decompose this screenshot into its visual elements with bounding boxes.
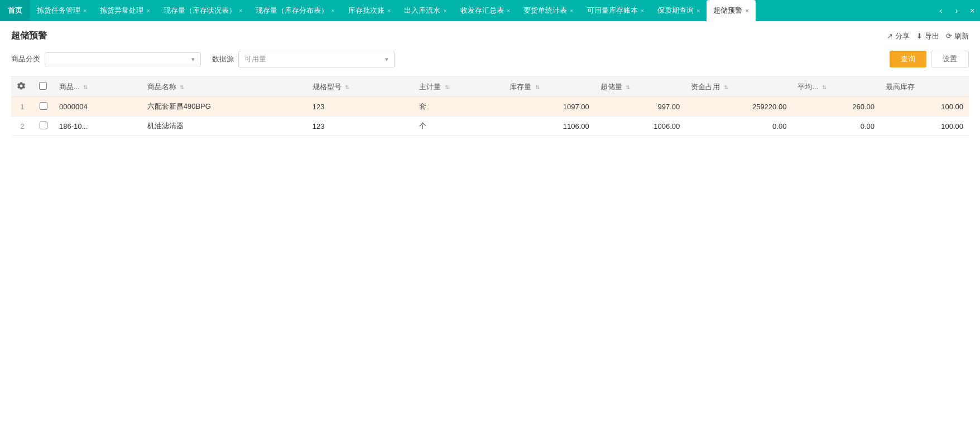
query-button[interactable]: 查询	[890, 51, 926, 67]
nav-tab-6[interactable]: 收发存汇总表 ×	[454, 0, 517, 21]
refresh-icon: ⟳	[946, 32, 952, 40]
nav-tab-0[interactable]: 拣货任务管理 ×	[30, 0, 93, 21]
table-header-row: 商品... ⇅ 商品名称 ⇅ 规格型号 ⇅ 主计量 ⇅ 库存量 ⇅	[11, 77, 969, 97]
close-tab-2[interactable]: ×	[239, 7, 242, 14]
category-dropdown-icon: ▾	[191, 56, 195, 63]
col-header-max-stock-label: 最高库存	[886, 83, 915, 91]
sort-icon-product-code[interactable]: ⇅	[83, 84, 88, 90]
table-row: 2 186-10... 机油滤清器 123 个 1106.00 1006.00 …	[11, 117, 969, 136]
row-product-name-1: 机油滤清器	[142, 117, 307, 136]
row-checkbox-1[interactable]	[40, 122, 47, 129]
settings-button[interactable]: 设置	[931, 51, 969, 67]
datasource-select[interactable]: 可用量 ▾	[238, 51, 395, 67]
row-checkbox-cell-1	[33, 117, 54, 136]
sort-icon-stock[interactable]: ⇅	[535, 84, 540, 90]
nav-tab-10[interactable]: 超储预警 ×	[707, 0, 755, 21]
category-select[interactable]: ▾	[45, 52, 201, 66]
sort-icon-unit[interactable]: ⇅	[445, 84, 449, 90]
row-unit-1: 个	[414, 117, 504, 136]
col-header-overstock-label: 超储量	[601, 83, 622, 91]
close-tab-9[interactable]: ×	[696, 7, 700, 14]
datasource-label: 数据源	[212, 54, 234, 64]
sort-icon-spec[interactable]: ⇅	[345, 84, 349, 90]
nav-tab-5[interactable]: 出入库流水 ×	[397, 0, 453, 21]
row-index-1: 2	[11, 117, 33, 136]
col-header-avg: 平均... ⇅	[792, 77, 880, 97]
row-capital-0: 259220.00	[685, 97, 792, 117]
close-tab-10[interactable]: ×	[745, 7, 748, 14]
col-header-product-code: 商品... ⇅	[54, 77, 142, 97]
datasource-filter-group: 数据源 可用量 ▾	[212, 51, 395, 67]
row-product-code-1: 186-10...	[54, 117, 142, 136]
datasource-dropdown-icon: ▾	[385, 56, 388, 63]
nav-tab-7[interactable]: 要货单统计表 ×	[517, 0, 580, 21]
row-spec-1: 123	[307, 117, 414, 136]
col-header-capital-label: 资金占用	[691, 83, 720, 91]
row-max-stock-0: 100.00	[880, 97, 969, 117]
nav-tab-4[interactable]: 库存批次账 ×	[342, 0, 397, 21]
row-product-name-0: 六配套新昌490BPG	[142, 97, 307, 117]
nav-arrow-right[interactable]: ›	[949, 0, 964, 21]
row-max-stock-1: 100.00	[880, 117, 969, 136]
export-button[interactable]: ⬇ 导出	[916, 31, 939, 41]
col-header-overstock: 超储量 ⇅	[595, 77, 685, 97]
table-row: 1 0000004 六配套新昌490BPG 123 套 1097.00 997.…	[11, 97, 969, 117]
nav-arrows: ‹ › ×	[933, 0, 980, 21]
row-overstock-0: 997.00	[595, 97, 685, 117]
close-tab-7[interactable]: ×	[570, 7, 573, 14]
close-tab-3[interactable]: ×	[331, 7, 334, 14]
row-spec-0: 123	[307, 97, 414, 117]
col-header-product-code-label: 商品...	[59, 83, 80, 91]
nav-arrow-more[interactable]: ×	[964, 0, 980, 21]
sort-icon-product-name[interactable]: ⇅	[180, 84, 184, 90]
close-tab-1[interactable]: ×	[146, 7, 150, 14]
row-overstock-1: 1006.00	[595, 117, 685, 136]
row-product-code-0: 0000004	[54, 97, 142, 117]
row-avg-0: 260.00	[792, 97, 880, 117]
col-header-stock: 库存量 ⇅	[504, 77, 594, 97]
col-header-spec: 规格型号 ⇅	[307, 77, 414, 97]
row-unit-0: 套	[414, 97, 504, 117]
category-label: 商品分类	[11, 54, 40, 64]
close-tab-4[interactable]: ×	[387, 7, 391, 14]
filter-area: 商品分类 ▾ 数据源 可用量 ▾ 查询 设置	[11, 51, 969, 67]
col-header-spec-label: 规格型号	[313, 83, 342, 91]
row-capital-1: 0.00	[685, 117, 792, 136]
nav-home[interactable]: 首页	[0, 0, 30, 21]
filter-buttons: 查询 设置	[890, 51, 969, 67]
refresh-button[interactable]: ⟳ 刷新	[946, 31, 969, 41]
row-stock-0: 1097.00	[504, 97, 594, 117]
sort-icon-capital[interactable]: ⇅	[724, 84, 728, 90]
nav-tab-2[interactable]: 现存量（库存状况表） ×	[157, 0, 249, 21]
close-tab-0[interactable]: ×	[83, 7, 87, 14]
nav-tab-8[interactable]: 可用量库存账本 ×	[580, 0, 651, 21]
select-all-checkbox[interactable]	[39, 82, 47, 90]
col-header-avg-label: 平均...	[798, 83, 818, 91]
close-tab-8[interactable]: ×	[641, 7, 644, 14]
row-index-0: 1	[11, 97, 33, 117]
category-filter-group: 商品分类 ▾	[11, 52, 201, 66]
sort-icon-avg[interactable]: ⇅	[822, 84, 827, 90]
page-header: 超储预警 ↗ 分享 ⬇ 导出 ⟳ 刷新	[11, 30, 969, 42]
header-actions: ↗ 分享 ⬇ 导出 ⟳ 刷新	[887, 31, 969, 41]
sort-icon-overstock[interactable]: ⇅	[626, 84, 630, 90]
table-settings-icon[interactable]	[17, 84, 26, 92]
nav-tab-9[interactable]: 保质期查询 ×	[651, 0, 707, 21]
page-title: 超储预警	[11, 30, 47, 42]
nav-arrow-left[interactable]: ‹	[933, 0, 949, 21]
close-tab-6[interactable]: ×	[507, 7, 510, 14]
col-header-product-name-label: 商品名称	[147, 83, 176, 91]
nav-tab-3[interactable]: 现存量（库存分布表） ×	[249, 0, 341, 21]
col-header-unit: 主计量 ⇅	[414, 77, 504, 97]
col-header-checkbox	[33, 77, 54, 97]
share-button[interactable]: ↗ 分享	[887, 31, 910, 41]
data-table: 商品... ⇅ 商品名称 ⇅ 规格型号 ⇅ 主计量 ⇅ 库存量 ⇅	[11, 76, 969, 136]
row-checkbox-cell-0	[33, 97, 54, 117]
nav-tab-1[interactable]: 拣货异常处理 ×	[93, 0, 156, 21]
share-icon: ↗	[887, 32, 893, 40]
row-checkbox-0[interactable]	[40, 102, 47, 110]
col-header-capital: 资金占用 ⇅	[685, 77, 792, 97]
close-tab-5[interactable]: ×	[443, 7, 446, 14]
col-header-stock-label: 库存量	[510, 83, 531, 91]
row-avg-1: 0.00	[792, 117, 880, 136]
